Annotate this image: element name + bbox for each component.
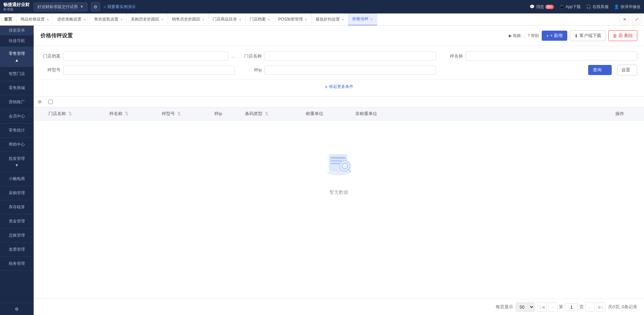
last-page-button[interactable]: ▶| bbox=[596, 302, 605, 312]
content-area: 价格传秤设置 ▶ 视频 | ? 帮助 + + 新增 ⬇ 客户端下载 bbox=[34, 26, 644, 315]
page-prefix-label: 算 bbox=[559, 304, 563, 310]
select-all-checkbox[interactable] bbox=[48, 100, 53, 104]
sidebar-settings-button[interactable]: ⚙ bbox=[0, 303, 34, 315]
sidebar-item-wholesale[interactable]: 批发管理 ▼ bbox=[0, 152, 34, 172]
collapse-filter-button[interactable]: ∧ 收起更多条件 bbox=[40, 82, 637, 91]
delete-button[interactable]: 🗑 面 删除 bbox=[608, 30, 637, 41]
per-page-select[interactable]: 50 10 20 100 bbox=[516, 303, 535, 312]
top-right-area: 💬 消息 99+ 📱 App下载 🎧 在线客服 👤 徐泽华修改 bbox=[530, 4, 641, 10]
tab-store-catalog[interactable]: 门店商品目录 × bbox=[209, 13, 245, 26]
help-link[interactable]: ? 帮助 bbox=[528, 33, 539, 39]
sidebar-label: 总账管理 bbox=[9, 233, 25, 238]
page-input-group: 算 页 bbox=[559, 303, 584, 311]
close-icon[interactable]: × bbox=[120, 18, 122, 22]
store-file-dots-button[interactable]: ... bbox=[231, 54, 235, 59]
settings-icon: ⚙ bbox=[15, 307, 19, 312]
close-icon[interactable]: × bbox=[239, 18, 241, 22]
download-button[interactable]: ⬇ 客户端下载 bbox=[570, 30, 606, 41]
tab-purchase-history[interactable]: 采购历史价跟踪 × bbox=[127, 13, 168, 26]
pagination-bar: 每页显示 50 10 20 100 |◀ ‹ 算 页 › ▶| 共0页, 0条记… bbox=[34, 299, 644, 315]
scale-name-input[interactable] bbox=[466, 51, 637, 61]
quick-nav-button[interactable]: 快捷导航 bbox=[0, 35, 34, 47]
first-page-button[interactable]: |◀ bbox=[537, 302, 547, 312]
video-link[interactable]: ▶ 视频 bbox=[509, 33, 521, 39]
table-settings-icon[interactable]: ⚙ bbox=[38, 99, 42, 104]
settings-filter-button[interactable]: 设置 bbox=[617, 65, 637, 75]
close-icon[interactable]: × bbox=[161, 18, 163, 22]
sidebar-item-retail-stat[interactable]: 零售统计 bbox=[0, 124, 34, 138]
gear-icon: ⚙ bbox=[94, 4, 98, 9]
sidebar-label: 零售统计 bbox=[9, 128, 25, 133]
sidebar-label: 智慧门店 bbox=[9, 71, 25, 77]
page-header: 价格传秤设置 ▶ 视频 | ? 帮助 + + 新增 ⬇ 客户端下载 bbox=[34, 26, 644, 46]
tab-min-discount[interactable]: 最低折扣设置 × bbox=[312, 13, 348, 26]
sidebar-label: 会员中心 bbox=[9, 113, 25, 119]
close-icon[interactable]: × bbox=[305, 18, 307, 22]
next-page-button[interactable]: › bbox=[585, 302, 595, 312]
tab-home[interactable]: 首页 bbox=[0, 13, 16, 26]
close-icon[interactable]: × bbox=[342, 18, 344, 22]
close-icon[interactable]: × bbox=[268, 18, 270, 22]
th-weight-unit: 称重单位 bbox=[302, 107, 351, 120]
tab-selling-price[interactable]: 售价提取设置 × bbox=[90, 13, 127, 26]
arrow-icon: ▲ bbox=[15, 58, 19, 63]
search-menu-button[interactable]: 搜索菜单 bbox=[0, 26, 34, 35]
store-name-label: 门店名称 bbox=[242, 53, 262, 59]
close-tab-button[interactable]: ✕ bbox=[620, 15, 629, 24]
add-icon: + bbox=[546, 33, 549, 38]
sidebar-item-xiaochang[interactable]: 小畅电商 bbox=[0, 172, 34, 186]
close-icon[interactable]: × bbox=[370, 17, 372, 21]
chevron-up-icon: ∧ bbox=[325, 84, 328, 89]
message-button[interactable]: 💬 消息 99+ bbox=[530, 4, 554, 10]
sort-icon[interactable]: ⇅ bbox=[68, 111, 72, 116]
tab-sales-history[interactable]: 销售历史价跟踪 × bbox=[168, 13, 209, 26]
store-file-input[interactable] bbox=[63, 51, 228, 61]
app-download-button[interactable]: 📱 App下载 bbox=[559, 4, 581, 10]
version-selector[interactable]: 好业财标准版交付试用 ▼ bbox=[34, 2, 87, 11]
sidebar-label: 税务管理 bbox=[9, 261, 25, 267]
tab-price-scale[interactable]: 价格传秤 × bbox=[348, 13, 377, 26]
play-icon: ○ bbox=[104, 4, 106, 9]
sidebar-item-marketing[interactable]: 营销推广 bbox=[0, 95, 34, 109]
version-settings-button[interactable]: ⚙ bbox=[91, 2, 100, 11]
sort-icon[interactable]: ⇅ bbox=[125, 111, 129, 116]
sidebar-label: 小畅电商 bbox=[9, 176, 25, 182]
sidebar-item-inventory[interactable]: 库存核算 bbox=[0, 200, 34, 214]
sidebar-item-retail[interactable]: 零售管理 ▲ bbox=[0, 47, 34, 67]
sort-icon[interactable]: ⇅ bbox=[265, 111, 269, 116]
sidebar-item-smartshop[interactable]: 智慧门店 bbox=[0, 67, 34, 81]
sidebar-item-member[interactable]: 会员中心 bbox=[0, 109, 34, 124]
user-menu-button[interactable]: 👤 徐泽华修改 bbox=[614, 4, 641, 10]
help-icon: ? bbox=[528, 33, 530, 38]
sidebar-item-tax[interactable]: 税务管理 bbox=[0, 257, 34, 271]
table-toolbar: ⚙ bbox=[34, 97, 644, 107]
close-icon[interactable]: × bbox=[83, 18, 85, 22]
sidebar-item-general[interactable]: 总账管理 bbox=[0, 229, 34, 243]
expand-tab-button[interactable]: ⤢ bbox=[632, 15, 641, 24]
scale-ip-input[interactable] bbox=[264, 66, 436, 75]
trash-icon: 🗑 bbox=[613, 33, 617, 38]
close-icon[interactable]: × bbox=[202, 18, 204, 22]
sidebar-item-retail-mall[interactable]: 零售商城 bbox=[0, 81, 34, 95]
dropdown-arrow-icon: ▼ bbox=[80, 4, 84, 9]
tab-purchase-strategy[interactable]: 进价策略设置 × bbox=[53, 13, 90, 26]
sidebar-item-invoice[interactable]: 发票管理 bbox=[0, 243, 34, 257]
prev-page-button[interactable]: ‹ bbox=[548, 302, 558, 312]
tab-goods-price[interactable]: 商品价格设置 × bbox=[16, 13, 53, 26]
query-button[interactable]: 查询 bbox=[588, 65, 612, 75]
table-section: ⚙ 门店名称 ⇅ 秤名称 ⇅ bbox=[34, 97, 644, 299]
scale-model-input[interactable] bbox=[63, 66, 235, 75]
sidebar-item-help[interactable]: 帮助中心 bbox=[0, 138, 34, 152]
add-button[interactable]: + + 新增 bbox=[542, 31, 568, 41]
online-service-button[interactable]: 🎧 在线客服 bbox=[586, 4, 609, 10]
page-number-input[interactable] bbox=[565, 303, 578, 311]
sort-icon[interactable]: ⇅ bbox=[177, 111, 181, 116]
scale-ip-label: 秤ip bbox=[242, 67, 262, 73]
close-icon[interactable]: × bbox=[47, 18, 49, 22]
tab-store-file[interactable]: 门店档案 × bbox=[246, 13, 274, 26]
sidebar-item-purchase[interactable]: 采购管理 bbox=[0, 186, 34, 200]
sidebar-item-finance[interactable]: 资金管理 bbox=[0, 214, 34, 229]
tab-pos-manage[interactable]: POS加密管理 × bbox=[274, 13, 312, 26]
store-name-input[interactable] bbox=[264, 51, 436, 61]
demo-button[interactable]: ○ 我要看实例演示 bbox=[104, 4, 136, 10]
